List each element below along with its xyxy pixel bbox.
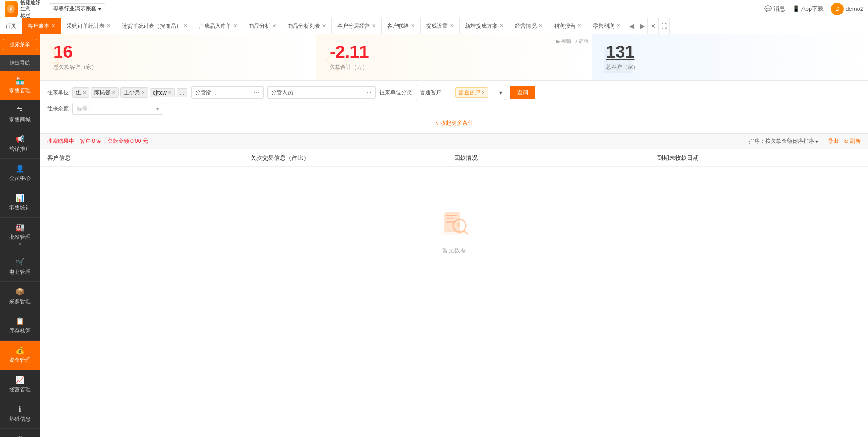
close-tag-wu[interactable]: ✕ [82, 90, 86, 95]
close-tag-wang[interactable]: ✕ [141, 90, 145, 95]
filter-tag-wang[interactable]: 王小亮 ✕ [120, 87, 148, 98]
search-menu-btn[interactable]: 搜索菜单 [3, 39, 37, 50]
tab-operation[interactable]: 经营情况 ✕ [509, 18, 548, 34]
filter-tag-wu[interactable]: 伍 ✕ [72, 87, 89, 98]
close-tab-customer-account[interactable]: ✕ [51, 23, 55, 29]
sidebar-item-inventory[interactable]: 📋 库存核算 [0, 311, 40, 341]
tab-nav-right[interactable]: ▶ [637, 18, 648, 34]
col-debt-info: 欠款交易信息（占比） [250, 154, 454, 162]
logo-icon: ¥ [5, 1, 18, 17]
filter-row-2: 往来余额 选择... ▾ [47, 103, 861, 115]
operation-icon: 📈 [15, 375, 24, 384]
summary-cards: ¥ 16 总欠款客户（家） ◇ ▶ 视频 ? 帮助 -2.11 欠款合计 [40, 34, 868, 81]
main-layout: 搜索菜单 快捷导航 🏪 零售管理 🛍 零售商城 📢 营销推广 👤 会员中心 📊 … [0, 34, 868, 437]
tab-home[interactable]: 首页 [0, 18, 22, 34]
sort-select[interactable]: 排序：按欠款金额倒序排序 ▾ [749, 138, 818, 145]
classify-select[interactable]: 普通客户 普通客户 ✕ ▾ [416, 85, 506, 100]
sidebar-item-retail-mall[interactable]: 🛍 零售商城 [0, 100, 40, 129]
sidebar-item-capital[interactable]: 💰 资金管理 [0, 341, 40, 370]
query-button[interactable]: 查询 [510, 86, 535, 99]
app-download-btn[interactable]: 📱 App下载 [792, 5, 824, 13]
video-help-btn[interactable]: ▶ 视频 [556, 38, 571, 45]
sidebar-item-ecommerce[interactable]: 🛒 电商管理 [0, 252, 40, 282]
tab-product-inbound[interactable]: 产成品入库单 ✕ [193, 18, 243, 34]
content-area: ¥ 16 总欠款客户（家） ◇ ▶ 视频 ? 帮助 -2.11 欠款合计 [40, 34, 868, 437]
balance-label: 往来余额 [47, 105, 69, 113]
help-btn[interactable]: ? 帮助 [575, 38, 588, 45]
close-tab-product-analysis-list[interactable]: ✕ [322, 23, 326, 29]
card-debt-customers: ¥ 16 总欠款客户（家） [40, 34, 316, 80]
close-tab-customer-segment[interactable]: ✕ [372, 23, 376, 29]
logo: ¥ 畅捷通好生意 标版 [5, 0, 44, 19]
close-tab-customer-contact[interactable]: ✕ [411, 23, 415, 29]
refresh-icon: ↻ [844, 138, 849, 145]
collapse-row: ∧ 收起更多条件 [47, 118, 861, 129]
top-bar: ¥ 畅捷通好生意 标版 母婴行业演示账套 ▾ 💬 消息 📱 App下载 D de… [0, 0, 868, 18]
close-tab-operation[interactable]: ✕ [538, 23, 542, 29]
card2-help: ▶ 视频 ? 帮助 [556, 38, 588, 45]
close-tab-inbound[interactable]: ✕ [183, 23, 187, 29]
tab-retail-profit[interactable]: 零售利润 ✕ [587, 18, 626, 34]
classify-tag-remove[interactable]: 普通客户 ✕ [455, 87, 488, 98]
close-tab-product-analysis[interactable]: ✕ [272, 23, 276, 29]
close-tag-cj[interactable]: ✕ [168, 90, 172, 95]
empty-icon [436, 203, 472, 239]
balance-input[interactable]: 选择... ▾ [72, 103, 163, 115]
sidebar-item-retail-mgmt[interactable]: 🏪 零售管理 [0, 71, 40, 100]
sidebar-item-wholesale-mgmt[interactable]: 🏭 批发管理 [0, 218, 40, 252]
collapse-filters-btn[interactable]: ∧ 收起更多条件 [431, 118, 477, 129]
close-tab-profit-report[interactable]: ✕ [577, 23, 581, 29]
close-tab-purchase[interactable]: ✕ [106, 23, 110, 29]
tab-customer-contact[interactable]: 客户联络 ✕ [382, 18, 421, 34]
quick-nav-btn[interactable]: 快捷导航 [0, 55, 40, 71]
sidebar-item-basic-info[interactable]: ℹ 基础信息 [0, 399, 40, 429]
top-right: 💬 消息 📱 App下载 D demo2 [764, 3, 863, 15]
sidebar-item-operation[interactable]: 📈 经营管理 [0, 370, 40, 399]
sidebar: 搜索菜单 快捷导航 🏪 零售管理 🛍 零售商城 📢 营销推广 👤 会员中心 📊 … [0, 34, 40, 437]
tab-customer-account[interactable]: 客户账本 ✕ [22, 18, 61, 34]
filter-tag-more[interactable]: ... [177, 88, 187, 97]
filter-tag-chen[interactable]: 陈民强 ✕ [91, 87, 119, 98]
refresh-btn[interactable]: ↻ 刷新 [844, 138, 861, 145]
tab-profit-report[interactable]: 利润报告 ✕ [548, 18, 587, 34]
tab-new-promotion[interactable]: 新增提成方案 ✕ [460, 18, 509, 34]
wholesale-icon: 🏭 [15, 223, 24, 232]
close-tab-product-inbound[interactable]: ✕ [233, 23, 237, 29]
close-tag-chen[interactable]: ✕ [112, 90, 115, 95]
video-icon: ▶ [556, 38, 560, 44]
person-select[interactable]: 分管人员 ⋯ [267, 86, 376, 99]
tab-purchase-order-stats[interactable]: 采购订单统计表 ✕ [61, 18, 116, 34]
sidebar-item-system[interactable]: ⚙ 系统管理 [0, 429, 40, 437]
tab-promotion-settings[interactable]: 提成设置 ✕ [421, 18, 460, 34]
member-center-icon: 👤 [15, 164, 24, 173]
store-selector[interactable]: 母婴行业演示账套 ▾ [49, 3, 105, 14]
tab-expand[interactable]: ⛶ [659, 18, 670, 34]
retail-mall-icon: 🛍 [16, 106, 24, 114]
sidebar-item-marketing[interactable]: 📢 营销推广 [0, 129, 40, 159]
user-avatar-btn[interactable]: D demo2 [831, 3, 863, 15]
results-bar: 搜索结果中，客户 0 家 欠款金额 0.00 元 排序：按欠款金额倒序排序 ▾ … [40, 134, 868, 149]
tab-close-all[interactable]: ✕ [648, 18, 659, 34]
svg-text:¥: ¥ [9, 6, 13, 12]
system-icon: ⚙ [17, 434, 23, 437]
tab-product-analysis-list[interactable]: 商品分析列表 ✕ [282, 18, 332, 34]
tab-nav-left[interactable]: ◀ [626, 18, 637, 34]
sidebar-item-member-center[interactable]: 👤 会员中心 [0, 159, 40, 188]
filter-tag-cj[interactable]: cjttcw ✕ [150, 88, 175, 97]
ecommerce-icon: 🛒 [15, 258, 24, 266]
tab-customer-segment[interactable]: 客户分层经营 ✕ [332, 18, 382, 34]
export-btn[interactable]: ↑ 导出 [824, 138, 839, 145]
close-tab-new-promotion[interactable]: ✕ [499, 23, 504, 29]
tab-product-analysis[interactable]: 商品分析 ✕ [243, 18, 282, 34]
sidebar-item-purchase[interactable]: 📦 采购管理 [0, 282, 40, 311]
collapse-icon: ∧ [435, 120, 439, 127]
tab-inbound-stats[interactable]: 进货单统计表（按商品） ✕ [116, 18, 193, 34]
close-tab-retail-profit[interactable]: ✕ [616, 23, 620, 29]
unit-tags: 伍 ✕ 陈民强 ✕ 王小亮 ✕ cjttcw ✕ [72, 87, 187, 98]
purchase-icon: 📦 [15, 287, 24, 296]
unit-label: 往来单位 [47, 89, 69, 96]
close-tab-promotion[interactable]: ✕ [450, 23, 454, 29]
dept-select[interactable]: 分管部门 ⋯ [191, 86, 264, 99]
sidebar-item-retail-stats[interactable]: 📊 零售统计 [0, 188, 40, 218]
message-btn[interactable]: 💬 消息 [764, 5, 785, 13]
